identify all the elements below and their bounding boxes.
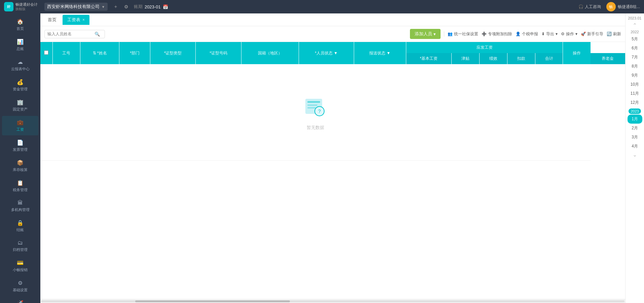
prev-month-3[interactable]: 8月 bbox=[628, 62, 642, 71]
add-button[interactable]: ＋ bbox=[112, 3, 120, 11]
scroll-thumb[interactable] bbox=[135, 300, 290, 302]
filter-icon2: ▼ bbox=[386, 51, 390, 55]
curr-month-2[interactable]: 3月 bbox=[628, 133, 642, 142]
search-input[interactable] bbox=[47, 32, 94, 36]
sidebar-item-10[interactable]: 🔒结账 bbox=[2, 216, 38, 236]
curr-month-0[interactable]: 1月 bbox=[628, 115, 642, 124]
add-btn-label: 添加人员 bbox=[415, 31, 432, 37]
sidebar-label-3: 资金管理 bbox=[13, 87, 28, 92]
company-name: 西安虾米网络科技有限公司 bbox=[47, 4, 100, 10]
sidebar-item-13[interactable]: ⚙基础设置 bbox=[2, 276, 38, 296]
prev-month-7[interactable]: 12月 bbox=[628, 98, 642, 107]
sidebar-label-2: 云报表中心 bbox=[11, 67, 30, 72]
th-total: 合计 bbox=[535, 53, 563, 64]
sidebar-item-2[interactable]: ☁云报表中心 bbox=[2, 55, 38, 75]
period-label: 账期 bbox=[134, 4, 143, 10]
sidebar-label-10: 结账 bbox=[16, 227, 24, 232]
sidebar-icon-7: 📦 bbox=[17, 160, 24, 166]
curr-year-badge: 2023 bbox=[629, 109, 641, 114]
sidebar-item-4[interactable]: 🏢固定资产 bbox=[2, 96, 38, 115]
service-button[interactable]: 🎧 人工咨询 bbox=[578, 4, 601, 10]
prev-month-4[interactable]: 9月 bbox=[628, 71, 642, 80]
sidebar-item-8[interactable]: 📋税务管理 bbox=[2, 176, 38, 196]
sidebar-item-14[interactable]: 🚀新手引导 bbox=[2, 297, 38, 303]
calendar-icon[interactable]: 📅 bbox=[163, 4, 168, 9]
deduction-btn[interactable]: ➕ 专项附加扣除 bbox=[482, 31, 512, 37]
sidebar-icon-5: 💼 bbox=[17, 119, 24, 126]
tax-report-btn[interactable]: 👤 个税申报 bbox=[516, 31, 538, 37]
content-area: 首页 工资表 × 🔍 添加人员 ▾ 👥 统一社保设置 bbox=[40, 13, 625, 303]
filter-icon: ▼ bbox=[334, 51, 338, 55]
prev-month-6[interactable]: 11月 bbox=[628, 89, 642, 98]
sidebar-icon-8: 📋 bbox=[17, 180, 24, 186]
scroll-down-icon[interactable]: ⌄ bbox=[628, 151, 642, 159]
curr-month-1[interactable]: 2月 bbox=[628, 124, 642, 133]
sidebar-item-12[interactable]: 💳小畅报销 bbox=[2, 256, 38, 276]
sidebar-label-1: 总账 bbox=[16, 46, 24, 51]
curr-month-3[interactable]: 4月 bbox=[628, 142, 642, 151]
th-base-salary: *基本工资 bbox=[406, 53, 452, 64]
add-person-button[interactable]: 添加人员 ▾ bbox=[410, 29, 441, 39]
guide-btn[interactable]: 🚀 新手引导 bbox=[581, 31, 603, 37]
tab-home[interactable]: 首页 bbox=[43, 15, 61, 25]
search-icon: 🔍 bbox=[94, 32, 100, 37]
salary-table: 工号 ⇅ *姓名 *部门 *证型类型 *证型号码 国籍（地区） *人员状态 ▼ … bbox=[40, 42, 625, 161]
sidebar-icon-1: 📊 bbox=[17, 39, 24, 45]
prev-month-1[interactable]: 6月 bbox=[628, 44, 642, 53]
th-dept: *部门 bbox=[119, 42, 150, 64]
sidebar-item-11[interactable]: 🗂归档管理 bbox=[2, 236, 38, 256]
export-label: 导出 bbox=[546, 31, 554, 37]
sidebar-icon-3: 💰 bbox=[17, 79, 24, 85]
export-btn[interactable]: ⬇ 导出 ▾ bbox=[541, 31, 558, 37]
tab-salary[interactable]: 工资表 × bbox=[63, 15, 89, 25]
operations-btn[interactable]: ⚙ 操作 ▾ bbox=[561, 31, 577, 37]
table-wrapper: 工号 ⇅ *姓名 *部门 *证型类型 *证型号码 国籍（地区） *人员状态 ▼ … bbox=[40, 42, 625, 299]
refresh-btn[interactable]: 🔄 刷新 bbox=[607, 31, 621, 37]
company-selector[interactable]: 西安虾米网络科技有限公司 ▼ bbox=[44, 3, 108, 11]
divider bbox=[444, 31, 444, 37]
scrollbar[interactable] bbox=[40, 299, 625, 303]
sidebar-item-6[interactable]: 📄发票管理 bbox=[2, 136, 38, 156]
period-info: 账期 2023-01 📅 bbox=[134, 4, 168, 10]
th-deduction: 扣款 bbox=[507, 53, 535, 64]
sidebar-icon-4: 🏢 bbox=[17, 99, 24, 105]
select-all-th bbox=[40, 42, 52, 64]
header-actions: ＋ ⚙ bbox=[112, 3, 130, 11]
prev-month-5[interactable]: 10月 bbox=[628, 80, 642, 89]
sidebar-item-1[interactable]: 📊总账 bbox=[2, 35, 38, 55]
refresh-icon: 🔄 bbox=[607, 32, 612, 36]
scroll-up-icon[interactable]: ⌃ bbox=[628, 21, 642, 29]
th-performance: 绩效 bbox=[480, 53, 507, 64]
th-salary-group: 应发工资 bbox=[406, 42, 563, 53]
sidebar-item-5[interactable]: 💼工资 bbox=[2, 116, 38, 135]
user-area[interactable]: 畅 畅捷通B组... bbox=[606, 2, 640, 11]
svg-rect-3 bbox=[307, 107, 316, 109]
headset-icon: 🎧 bbox=[578, 4, 583, 9]
prev-month-2[interactable]: 7月 bbox=[628, 53, 642, 62]
sidebar-item-3[interactable]: 💰资金管理 bbox=[2, 76, 38, 95]
prev-month-0[interactable]: 5月 bbox=[628, 35, 642, 44]
close-icon[interactable]: × bbox=[82, 17, 85, 22]
th-nationality: 国籍（地区） bbox=[241, 42, 299, 64]
prev-months: 5月6月7月8月9月10月11月12月 bbox=[628, 35, 642, 107]
sidebar-item-0[interactable]: 🏠首页 bbox=[2, 15, 38, 35]
select-all-checkbox[interactable] bbox=[44, 50, 48, 55]
social-icon: 👥 bbox=[448, 32, 453, 36]
guide-label: 新手引导 bbox=[587, 31, 603, 37]
app-logo-text: 畅捷通好会计 旗舰版 bbox=[15, 2, 38, 11]
export-chevron: ▾ bbox=[556, 32, 558, 36]
sidebar-icon-10: 🔒 bbox=[17, 220, 24, 226]
sidebar-label-7: 库存核算 bbox=[13, 167, 28, 172]
svg-rect-1 bbox=[307, 101, 320, 103]
sidebar-icon-0: 🏠 bbox=[17, 18, 24, 25]
settings-icon[interactable]: ⚙ bbox=[122, 3, 130, 11]
tab-salary-label: 工资表 bbox=[67, 17, 80, 23]
logo-line2: 旗舰版 bbox=[15, 7, 38, 11]
sidebar-item-7[interactable]: 📦库存核算 bbox=[2, 156, 38, 176]
sidebar-icon-14: 🚀 bbox=[17, 300, 24, 303]
th-report-status: 报送状态 ▼ bbox=[354, 42, 406, 64]
sidebar-item-9[interactable]: 🏛多机构管理 bbox=[2, 197, 38, 216]
sidebar-icon-2: ☁ bbox=[17, 59, 23, 65]
th-pension: 养老金 bbox=[591, 53, 625, 64]
social-security-btn[interactable]: 👥 统一社保设置 bbox=[448, 31, 478, 37]
